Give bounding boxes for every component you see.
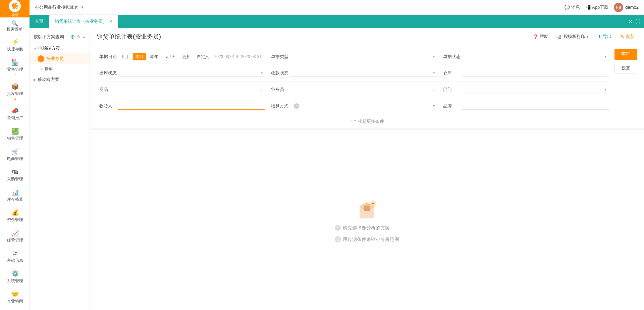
query-button[interactable]: 查询 bbox=[614, 49, 637, 60]
filter-cell-outstatus: 出库状态 ▾ bbox=[97, 67, 268, 79]
sidebar-item-base[interactable]: 🗂 基础信息 bbox=[0, 247, 29, 267]
warehouse-more: ... bbox=[603, 70, 607, 75]
message-button[interactable]: 💬 消息 bbox=[565, 4, 580, 10]
receipt-status-select[interactable]: ▾ bbox=[290, 70, 437, 76]
date-tab-7days[interactable]: 近7天 bbox=[162, 53, 178, 60]
user-area[interactable]: Ea demo2 bbox=[614, 3, 639, 12]
warehouse-select[interactable]: ... bbox=[462, 69, 609, 77]
setting-button[interactable]: 设置 bbox=[614, 63, 637, 73]
sidebar-item-inventory[interactable]: 📊 库存核算 bbox=[0, 185, 29, 206]
doc-type-arrow: ▾ bbox=[433, 55, 435, 58]
settlement-clear-btn[interactable]: ✕ bbox=[294, 103, 299, 109]
sidebar-item-newbie[interactable]: 🎓 新手引导 bbox=[0, 308, 29, 310]
date-tab-more[interactable]: 更多 bbox=[179, 53, 193, 60]
consignee-more: ... bbox=[260, 103, 263, 108]
sidebar-item-purchase[interactable]: 🛍 采购管理 bbox=[0, 165, 29, 185]
docstatus-label: 单据状态 bbox=[443, 54, 462, 60]
sidebar-item-wholesale[interactable]: 📦 批发管理 ▴ bbox=[0, 80, 29, 104]
product-more: ... bbox=[260, 87, 263, 92]
department-select[interactable]: ▾ bbox=[462, 86, 609, 93]
title-dropdown-icon[interactable]: ▾ bbox=[81, 5, 84, 10]
page-header: 销货单统计表(按业务员) ❓ 帮助 🖨 按模板打印 ▾ ⬆ 导出 bbox=[90, 28, 644, 45]
export-button[interactable]: ⬆ 导出 bbox=[595, 32, 614, 41]
filter-cell-docstatus: 单据状态 ▾ bbox=[440, 51, 612, 63]
content-area: 按以下方案查询 ⊕ ✎ « ▼ 电脑端方案 ✓ 按业务员 ≡ 按 bbox=[30, 28, 644, 310]
template-print-button[interactable]: 🖨 按模板打印 ▾ bbox=[555, 32, 591, 41]
filter-cell-doctype: 单据类型 ▾ bbox=[268, 51, 440, 63]
message-icon: 💬 bbox=[565, 5, 570, 10]
sidebar-item-quick-nav[interactable]: ⚡ 快捷导航 bbox=[0, 35, 29, 55]
help-button[interactable]: ❓ 帮助 bbox=[530, 32, 551, 41]
sidebar: 畅 标版 🔍 搜索菜单 ⚡ 快捷导航 🏪 零售管理 ▾ 📦 批发管理 ▴ 📣 营… bbox=[0, 0, 30, 310]
tab-sales-stat-label: 销货单统计表（按业务员） bbox=[55, 18, 107, 24]
filter-cell-warehouse: 仓库 ... bbox=[440, 67, 612, 79]
main-area: 办公用品行业模拟账套 ▾ 💬 消息 📲 App下载 Ea demo2 首页 bbox=[30, 0, 644, 310]
tab-home-label: 首页 bbox=[35, 18, 44, 24]
avatar: Ea bbox=[614, 3, 623, 12]
collapse-icon: ⌃⌃ bbox=[350, 119, 357, 124]
help-icon: ❓ bbox=[533, 34, 538, 39]
filter-cell-date: 单据日期 上月 本月 本年 近7天 更多 自定义 2023-03-01 至 20… bbox=[97, 51, 268, 63]
tab-maximize-area: ✕ ⛶ bbox=[629, 19, 644, 24]
sub-item-icon: ≡ bbox=[40, 67, 43, 71]
panel-add-icon[interactable]: ⊕ bbox=[70, 34, 75, 40]
tab-close-button[interactable]: ✕ bbox=[109, 19, 112, 24]
scheme-parent-label: 电脑端方案 bbox=[38, 45, 60, 51]
sidebar-item-finance[interactable]: 💰 资金管理 bbox=[0, 206, 29, 226]
filter-cell-product: 商品 ... bbox=[97, 84, 268, 96]
collapse-row: ⌃⌃ 收起更多条件 bbox=[90, 114, 644, 128]
sidebar-logo[interactable]: 畅 标版 bbox=[0, 0, 30, 17]
filter-cell-department: 部门 ▾ bbox=[440, 84, 612, 96]
filter-form: 单据日期 上月 本月 本年 近7天 更多 自定义 2023-03-01 至 20… bbox=[97, 49, 612, 114]
panel-edit-icon[interactable]: ✎ bbox=[77, 34, 81, 40]
sidebar-item-search[interactable]: 🔍 搜索菜单 bbox=[5, 17, 24, 35]
sidebar-item-enterprise[interactable]: 🤝 企业协同 bbox=[0, 287, 29, 308]
export-icon: ⬆ bbox=[598, 34, 601, 39]
product-select[interactable]: ... bbox=[118, 86, 265, 93]
brand-select[interactable]: ... bbox=[462, 102, 609, 110]
scheme-section-mobile[interactable]: ▶ 移动端方案 bbox=[30, 74, 90, 85]
collapse-button[interactable]: ⌃⌃ 收起更多条件 bbox=[348, 116, 386, 126]
tab-home[interactable]: 首页 bbox=[30, 15, 49, 28]
tab-fullscreen-icon[interactable]: ⛶ bbox=[635, 19, 640, 24]
sidebar-item-marketing[interactable]: 📣 营销推广 bbox=[0, 104, 29, 124]
mobile-section-label: 移动端方案 bbox=[38, 76, 59, 83]
tab-sales-stat[interactable]: 销货单统计表（按业务员） ✕ bbox=[49, 15, 118, 28]
refresh-button[interactable]: ↻ 刷新 bbox=[618, 32, 637, 41]
sidebar-item-sales[interactable]: 💹 销售管理 bbox=[0, 124, 29, 145]
date-tab-last-month[interactable]: 上月 bbox=[118, 53, 131, 60]
consignee-input[interactable]: ... bbox=[118, 102, 265, 110]
tab-close-window-icon[interactable]: ✕ bbox=[629, 19, 633, 24]
filter-cell-consignee: 收货人 ... bbox=[97, 100, 268, 112]
sidebar-item-retail[interactable]: 🏪 零售管理 ▾ bbox=[0, 55, 29, 80]
settlement-arrow: ▾ bbox=[433, 104, 435, 108]
out-status-arrow: ▾ bbox=[261, 71, 263, 75]
logo-text: 标版 bbox=[11, 13, 18, 17]
out-status-select[interactable]: ▾ bbox=[118, 70, 265, 76]
scheme-sub-item[interactable]: ≡ 按单 bbox=[30, 64, 90, 74]
tip-text-1: 请先选择要分析的方案 bbox=[343, 223, 390, 232]
settlement-select[interactable]: ✕ ▾ bbox=[290, 102, 437, 110]
date-tab-custom[interactable]: 自定义 bbox=[194, 53, 212, 60]
scheme-parent-desktop[interactable]: ▼ 电脑端方案 bbox=[30, 43, 90, 53]
receiptstatus-label: 收款状态 bbox=[271, 70, 290, 76]
doc-status-select[interactable]: ▾ bbox=[462, 53, 609, 60]
department-label: 部门 bbox=[443, 87, 462, 93]
page-title: 销货单统计表(按业务员) bbox=[97, 33, 161, 41]
collapse-label: 收起更多条件 bbox=[358, 118, 384, 124]
sidebar-item-system[interactable]: ⚙️ 系统管理 bbox=[0, 267, 29, 287]
salesperson-select[interactable]: ... bbox=[290, 86, 437, 93]
action-buttons: 查询 设置 bbox=[614, 49, 637, 73]
panel-header-label: 按以下方案查询 bbox=[34, 34, 64, 40]
doctype-label: 单据类型 bbox=[271, 54, 290, 60]
date-tab-this-year[interactable]: 本年 bbox=[148, 53, 161, 60]
scheme-item-by-salesperson[interactable]: ✓ 按业务员 bbox=[30, 53, 90, 64]
outstatus-label: 出库状态 bbox=[99, 70, 118, 76]
app-download-button[interactable]: 📲 App下载 bbox=[585, 4, 608, 10]
sidebar-item-ecommerce[interactable]: 🛒 电商管理 bbox=[0, 145, 29, 165]
filter-cell-brand: 品牌 ... bbox=[440, 100, 612, 112]
sidebar-item-ops[interactable]: 📈 经营管理 bbox=[0, 226, 29, 247]
date-tab-this-month[interactable]: 本月 bbox=[133, 53, 146, 60]
panel-collapse-icon[interactable]: « bbox=[83, 34, 86, 40]
doc-type-select[interactable]: ▾ bbox=[290, 53, 437, 60]
